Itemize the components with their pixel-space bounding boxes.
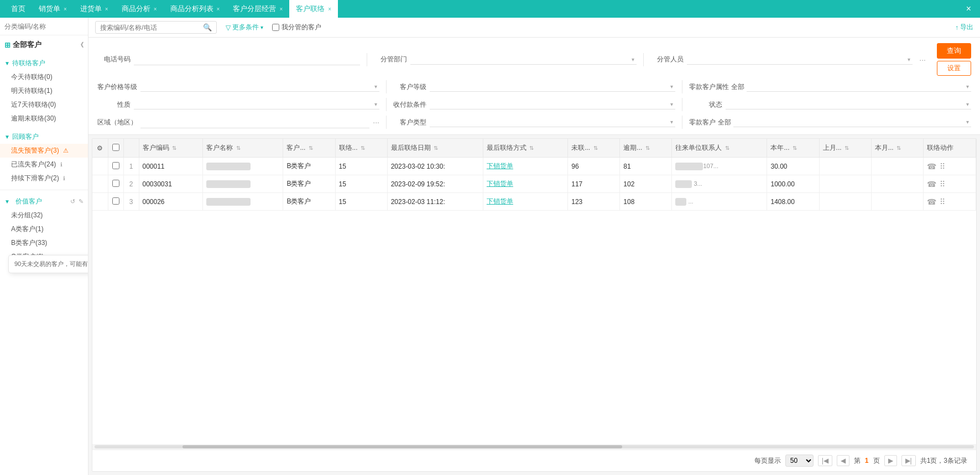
close-sales-icon[interactable]: × [64, 6, 67, 12]
nav-product-list[interactable]: 商品分析列表 × [164, 0, 227, 18]
row2-more-icon[interactable]: ⠿ [940, 180, 945, 189]
th-type[interactable]: 客户... ⇅ [283, 139, 335, 158]
row3-last-way[interactable]: 下销货单 [483, 193, 567, 211]
sidebar-item-tomorrow[interactable]: 明天待联络(1) [0, 84, 88, 98]
th-last-way[interactable]: 最后联络方式 ⇅ [483, 139, 567, 158]
th-uncontact[interactable]: 未联... ⇅ [568, 139, 620, 158]
close-customer-layers-icon[interactable]: × [279, 6, 283, 12]
query-btn[interactable]: 查询 [937, 43, 971, 59]
sidebar-search-input[interactable] [4, 23, 87, 30]
sidebar-item-class-b[interactable]: B类客户(33) [0, 236, 88, 250]
nav-sales[interactable]: 销货单 × [32, 0, 74, 18]
sidebar-item-churn-warning[interactable]: 流失预警客户(3) ⚠ [0, 144, 88, 158]
th-last-month[interactable]: 上月... ⇅ [819, 139, 871, 158]
sidebar-item-overdue[interactable]: 逾期未联络(30) [0, 112, 88, 126]
row1-contact-icon[interactable]: ☎ [927, 162, 936, 171]
export-icon: ↑ [955, 24, 958, 32]
filter-more-btn[interactable]: ▽ 更多条件 ▾ [221, 21, 268, 34]
close-purchase-icon[interactable]: × [105, 6, 108, 12]
th-action: 联络动作 [923, 139, 976, 158]
last-page-btn[interactable]: ▶| [901, 455, 916, 466]
th-code[interactable]: 客户编码 ⇅ [139, 139, 203, 158]
filter-cust-type-select[interactable]: ▾ [430, 117, 675, 127]
close-product-analysis-icon[interactable]: × [154, 6, 157, 12]
scrollbar-thumb[interactable] [183, 445, 622, 448]
row2-action-icons: ☎ ⠿ [927, 180, 972, 189]
close-all-btn[interactable]: × [962, 4, 976, 14]
filter-payment: 收付款条件 ▾ [393, 100, 675, 109]
row3-more-icon[interactable]: ⠿ [940, 197, 945, 206]
th-settings[interactable]: ⚙ [92, 139, 108, 158]
prev-page-btn[interactable]: ◀ [837, 455, 849, 466]
filter-nature: 性质 ▾ [97, 100, 379, 109]
th-last-date[interactable]: 最后联络日期 ⇅ [387, 139, 483, 158]
row3-overdue: 108 [620, 193, 672, 211]
th-name[interactable]: 客户名称 ⇅ [203, 139, 283, 158]
row3-checkbox[interactable] [112, 197, 119, 205]
settings-btn[interactable]: 设置 [937, 61, 971, 76]
sidebar-item-today[interactable]: 今天待联络(0) [0, 70, 88, 84]
row2-last-way[interactable]: 下销货单 [483, 175, 567, 193]
filter-person-select[interactable]: ▾ [687, 55, 913, 65]
sort-code-icon: ⇅ [172, 145, 176, 151]
filter-payment-select[interactable]: ▾ [430, 100, 675, 109]
th-contact[interactable]: 联络... ⇅ [335, 139, 387, 158]
group-review-title[interactable]: ▼ 回顾客户 [0, 130, 88, 144]
refresh-icon[interactable]: ↺ [70, 198, 75, 205]
sidebar-item-class-a[interactable]: A类客户(1) [0, 222, 88, 236]
close-customer-contact-icon[interactable]: × [328, 6, 331, 12]
search-icon-btn[interactable]: 🔍 [203, 23, 212, 32]
row1-last-way[interactable]: 下销货单 [483, 158, 567, 175]
filter-status-select[interactable]: ▾ [726, 100, 971, 109]
filter-zero-cust-select[interactable]: ▾ [733, 117, 971, 127]
chevron-type-icon: ▾ [670, 119, 673, 125]
select-all-checkbox[interactable] [112, 144, 119, 151]
sidebar-search-area: 🔍 [0, 18, 88, 35]
row2-checkbox[interactable] [112, 180, 119, 187]
th-this-year[interactable]: 本年... ⇅ [767, 139, 819, 158]
nav-customer-layers[interactable]: 客户分层经营 × [226, 0, 289, 18]
sidebar-all-customers[interactable]: ⊞ 全部客户 《 [0, 35, 88, 54]
nav-product-analysis[interactable]: 商品分析 × [115, 0, 164, 18]
row1-checkbox-cell [108, 158, 123, 175]
th-overdue[interactable]: 逾期... ⇅ [620, 139, 672, 158]
filter-panel: 电话号码 分管部门 ▾ 分管人员 ▾ [88, 38, 980, 135]
filter-dept: 分管部门 ▾ [374, 55, 637, 65]
next-page-btn[interactable]: ▶ [884, 455, 897, 466]
filter-phone-input[interactable] [134, 54, 360, 65]
row2-contact-icon[interactable]: ☎ [927, 180, 936, 189]
more-dots-region[interactable]: ··· [373, 118, 379, 127]
group-value-title[interactable]: ▼ 价值客户 ↺ ✎ [0, 195, 88, 208]
row1-checkbox[interactable] [112, 162, 119, 169]
page-size-select[interactable]: 50 100 [785, 455, 814, 467]
horizontal-scrollbar[interactable] [92, 444, 976, 450]
first-page-btn[interactable]: |◀ [818, 455, 832, 466]
sidebar-item-ungroup[interactable]: 未分组(32) [0, 208, 88, 222]
my-customers-checkbox-label[interactable]: 我分管的客户 [272, 23, 321, 32]
th-this-month[interactable]: 本月... ⇅ [871, 139, 923, 158]
row3-contact: 15 [335, 193, 387, 211]
more-dots-1[interactable]: ··· [919, 55, 926, 64]
filter-price-level-select[interactable]: ▾ [140, 82, 379, 92]
sidebar-item-7days[interactable]: 近7天待联络(0) [0, 98, 88, 112]
group-pending-title[interactable]: ▼ 待联络客户 [0, 56, 88, 70]
search-input[interactable] [100, 24, 203, 32]
row1-more-icon[interactable]: ⠿ [940, 162, 945, 171]
th-unit-contact[interactable]: 往来单位联系人 ⇅ [672, 139, 767, 158]
zero-cust-label: 零款客户 [689, 118, 716, 127]
filter-zero-attr-select[interactable]: ▾ [747, 82, 971, 92]
nav-customer-contact[interactable]: 客户联络 × [289, 0, 338, 18]
close-product-list-icon[interactable]: × [217, 6, 220, 12]
filter-cust-level-select[interactable]: ▾ [430, 82, 675, 92]
row3-contact-icon[interactable]: ☎ [927, 197, 936, 206]
filter-dept-select[interactable]: ▾ [410, 55, 637, 65]
nav-home[interactable]: 首页 [4, 0, 32, 18]
filter-nature-select[interactable]: ▾ [134, 100, 379, 109]
my-customers-checkbox[interactable] [272, 24, 279, 31]
filter-region-input[interactable] [140, 117, 369, 128]
sidebar-item-declining[interactable]: 持续下滑客户(2) ℹ [0, 171, 88, 185]
nav-purchase[interactable]: 进货单 × [74, 0, 115, 18]
edit-icon[interactable]: ✎ [79, 198, 84, 205]
sidebar-item-churned[interactable]: 已流失客户(24) ℹ [0, 158, 88, 171]
export-btn[interactable]: ↑ 导出 [955, 23, 973, 32]
